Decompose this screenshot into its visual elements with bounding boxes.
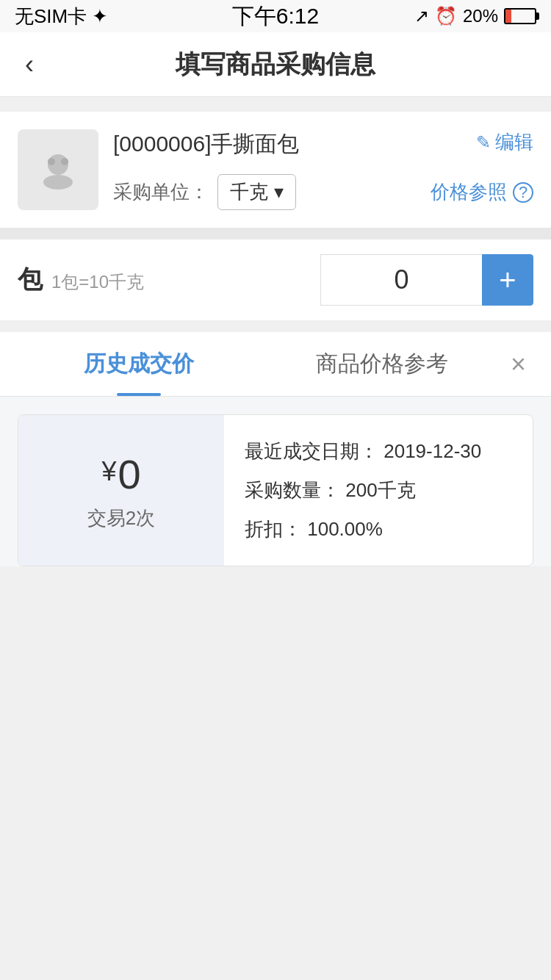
price-panel-tabs: 历史成交价 商品价格参考 × [0, 332, 551, 397]
quantity-conversion: 1包=10千克 [51, 270, 144, 294]
discount-value: 100.00% [307, 518, 383, 540]
separator [0, 228, 551, 239]
price-detail-right: 最近成交日期： 2019-12-30 采购数量： 200千克 折扣： 100.0… [224, 415, 533, 566]
price-amount-display: ¥ 0 [101, 450, 140, 498]
battery-fill [505, 10, 511, 23]
quantity-label-group: 包 1包=10千克 [18, 263, 144, 297]
recent-date-value: 2019-12-30 [383, 440, 481, 462]
battery-percent: 20% [463, 6, 498, 26]
product-details: [0000006]手撕面包 ✎ 编辑 采购单位： 千克 ▾ 价格参照 ? [113, 129, 533, 210]
purchase-qty-value: 200千克 [345, 479, 415, 501]
edit-button[interactable]: ✎ 编辑 [476, 129, 533, 155]
tab-history-price[interactable]: 历史成交价 [18, 332, 260, 396]
product-card: [0000006]手撕面包 ✎ 编辑 采购单位： 千克 ▾ 价格参照 ? [0, 112, 551, 228]
tab-history-label: 历史成交价 [84, 349, 194, 379]
back-button[interactable]: ‹ [18, 42, 41, 87]
purchase-unit-row: 采购单位： 千克 ▾ 价格参照 ? [113, 174, 533, 210]
quantity-row: 包 1包=10千克 0 + [0, 239, 551, 320]
svg-point-3 [61, 158, 68, 165]
plus-icon: + [499, 264, 516, 297]
discount-label: 折扣： [245, 518, 302, 540]
edit-icon: ✎ [476, 132, 491, 153]
recent-date-label: 最近成交日期： [245, 440, 378, 462]
signal-label: 无SIM卡 ✦ [15, 5, 108, 27]
quantity-unit-label: 包 [18, 263, 43, 297]
transaction-count: 交易2次 [87, 505, 155, 531]
product-image [18, 129, 98, 210]
location-icon: ↗ [414, 6, 429, 26]
recent-date-row: 最近成交日期： 2019-12-30 [245, 437, 512, 466]
page-title: 填写商品采购信息 [176, 48, 375, 82]
help-icon: ? [513, 182, 533, 203]
status-left: 无SIM卡 ✦ [15, 4, 108, 29]
purchase-qty-row: 采购数量： 200千克 [245, 476, 512, 505]
product-header: [0000006]手撕面包 ✎ 编辑 [113, 129, 533, 159]
svg-point-1 [43, 175, 73, 190]
tab-price-reference[interactable]: 商品价格参考 [260, 332, 503, 396]
battery-icon [504, 8, 536, 24]
price-ref-label: 价格参照 [431, 179, 507, 205]
dropdown-arrow-icon: ▾ [274, 181, 284, 203]
product-name: [0000006]手撕面包 [113, 129, 299, 159]
unit-value: 千克 [230, 179, 268, 205]
status-time: 下午6:12 [232, 1, 319, 32]
nav-bar: ‹ 填写商品采购信息 [0, 32, 551, 97]
close-icon: × [511, 349, 526, 379]
battery-container [504, 8, 536, 24]
price-panel: 历史成交价 商品价格参考 × ¥ 0 交易2次 最近成交日期： 2019-12-… [0, 332, 551, 566]
quantity-input[interactable]: 0 [320, 254, 482, 306]
product-thumbnail-icon [32, 144, 84, 195]
edit-label: 编辑 [495, 129, 533, 155]
currency-symbol: ¥ [101, 456, 116, 487]
close-panel-button[interactable]: × [503, 342, 533, 387]
tab-reference-label: 商品价格参考 [316, 349, 448, 379]
quantity-input-group: 0 + [320, 254, 533, 306]
status-right: ↗ ⏰ 20% [414, 6, 536, 26]
purchase-unit-label: 采购单位： [113, 179, 209, 205]
price-data-card: ¥ 0 交易2次 最近成交日期： 2019-12-30 采购数量： 200千克 … [18, 414, 533, 566]
quantity-value: 0 [394, 264, 408, 295]
unit-select-dropdown[interactable]: 千克 ▾ [217, 174, 296, 210]
alarm-icon: ⏰ [435, 6, 457, 26]
price-reference-button[interactable]: 价格参照 ? [431, 179, 533, 205]
price-value: 0 [118, 450, 140, 498]
price-summary-left: ¥ 0 交易2次 [18, 415, 224, 566]
status-bar: 无SIM卡 ✦ 下午6:12 ↗ ⏰ 20% [0, 0, 551, 32]
purchase-qty-label: 采购数量： [245, 479, 340, 501]
quantity-plus-button[interactable]: + [482, 254, 533, 306]
discount-row: 折扣： 100.00% [245, 515, 512, 544]
svg-point-2 [48, 158, 55, 165]
